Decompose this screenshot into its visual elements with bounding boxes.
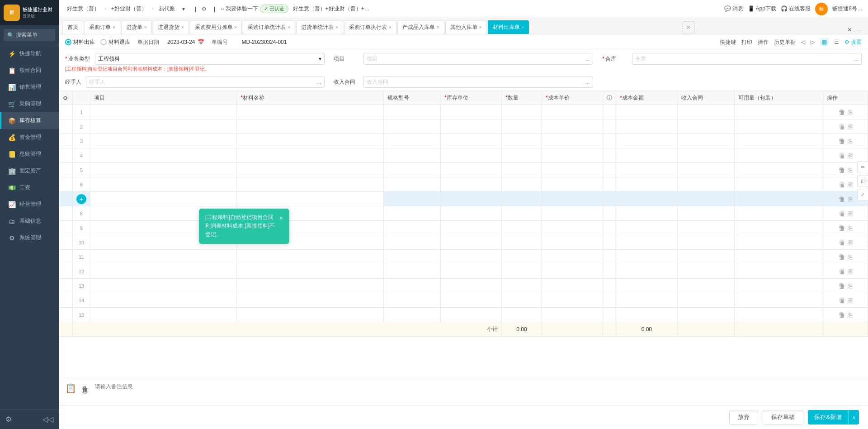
handler-select[interactable]: 经手人 …	[86, 76, 325, 88]
row-copy-btn[interactable]: ⎘	[848, 268, 853, 275]
project-link[interactable]: …	[585, 56, 590, 62]
radio-material-return[interactable]: 材料退库	[100, 38, 130, 46]
tab-purchase-exec[interactable]: 采购订单执行表×	[344, 20, 396, 34]
tab-close-goods-return[interactable]: ×	[181, 25, 184, 30]
row-delete-btn[interactable]: 🗑	[838, 152, 846, 159]
tab-close-purchase-exec[interactable]: ×	[389, 25, 392, 30]
warehouse-link[interactable]: …	[854, 56, 859, 62]
row-copy-btn[interactable]: ⎘	[848, 210, 853, 217]
income-contract-select[interactable]: 收入合同 …	[363, 76, 593, 88]
gear-settings-btn[interactable]: ⚙	[202, 6, 207, 12]
grid-view-btn[interactable]: ▦	[820, 38, 829, 46]
sidebar-item-quick-nav[interactable]: ⚡ 快捷导航	[0, 45, 59, 62]
row-delete-btn[interactable]: 🗑	[838, 210, 846, 217]
row-copy-btn[interactable]: ⎘	[848, 253, 853, 261]
row-delete-btn[interactable]: 🗑	[838, 224, 846, 232]
collapse-button[interactable]: ◁◁	[41, 413, 55, 425]
row-copy-btn[interactable]: ⎘	[848, 239, 853, 246]
sidebar-item-sales[interactable]: 📊 销售管理	[0, 79, 59, 95]
tab-minimize[interactable]: —	[855, 27, 861, 33]
row-delete-btn[interactable]: 🗑	[838, 253, 846, 261]
add-row-button[interactable]: +	[76, 194, 86, 204]
sticky-tag-btn[interactable]: 🏷	[857, 175, 868, 187]
next-btn[interactable]: ▷	[811, 39, 815, 45]
tab-purchase-expense[interactable]: 采购费用分摊单×	[190, 20, 242, 34]
row-delete-btn[interactable]: 🗑	[838, 282, 846, 290]
row-delete-btn[interactable]: 🗑	[838, 239, 846, 246]
tab-purchase-stats[interactable]: 采购订单统计表×	[243, 20, 295, 34]
doc-settings-btn[interactable]: ⚙ 设置	[844, 38, 862, 46]
row-delete-btn[interactable]: 🗑	[838, 195, 846, 203]
row-delete-btn[interactable]: 🗑	[838, 297, 846, 304]
row-delete-btn[interactable]: 🗑	[838, 268, 846, 275]
tab-close-all[interactable]: ×	[848, 26, 852, 34]
online-service-btn[interactable]: 🎧 在线客服	[781, 5, 811, 13]
add-tab-button[interactable]: ×	[682, 21, 695, 34]
tab-purchase-order[interactable]: 采购订单×	[84, 20, 120, 34]
row-copy-btn[interactable]: ⎘	[848, 138, 853, 145]
tab-close-other-storage[interactable]: ×	[479, 25, 482, 30]
tab-close-purchase-expense[interactable]: ×	[235, 25, 237, 30]
list-view-btn[interactable]: ☰	[834, 39, 839, 45]
sidebar-item-salary[interactable]: 💵 工资	[0, 179, 59, 196]
row-copy-btn[interactable]: ⎘	[848, 109, 853, 116]
row-copy-btn[interactable]: ⎘	[848, 297, 853, 304]
topnav-good-wealth[interactable]: +好业财（普）	[108, 4, 150, 14]
sidebar-item-management[interactable]: 📈 经营管理	[0, 196, 59, 213]
tab-close-product-storage[interactable]: ×	[437, 25, 439, 30]
topnav-extra[interactable]: 好生意（普）+好业财（普）+…	[290, 4, 373, 14]
sidebar-item-purchase[interactable]: 🛒 采购管理	[0, 95, 59, 112]
row-delete-btn[interactable]: 🗑	[838, 311, 846, 319]
tab-product-storage[interactable]: 产成品入库单×	[397, 20, 444, 34]
app-download-btn[interactable]: 📱 App下载	[748, 5, 776, 13]
trial-btn[interactable]: ○ 我要体验一下	[221, 5, 258, 13]
sidebar-item-ledger[interactable]: 📒 总账管理	[0, 146, 59, 162]
sidebar-item-fixed-assets[interactable]: 🏢 固定资产	[0, 162, 59, 179]
row-delete-btn[interactable]: 🗑	[838, 109, 846, 116]
th-settings[interactable]: ⚙	[59, 91, 73, 105]
tab-close-goods-receipt[interactable]: ×	[144, 25, 147, 30]
sticky-edit-btn[interactable]: ✏	[857, 161, 868, 173]
sticky-check-btn[interactable]: ✓	[857, 189, 868, 201]
message-btn[interactable]: 💬 消息	[724, 5, 743, 13]
settings-button[interactable]: ⚙	[4, 413, 14, 425]
shortcut-btn[interactable]: 快捷键	[720, 38, 736, 46]
project-select[interactable]: 项目 …	[363, 53, 593, 65]
handler-link[interactable]: …	[316, 79, 321, 85]
tab-goods-stats[interactable]: 进货单统计表×	[296, 20, 343, 34]
tab-material-out[interactable]: 材料出库单×	[488, 20, 529, 34]
save-draft-button[interactable]: 保存草稿	[763, 410, 803, 424]
tab-home[interactable]: 首页	[62, 20, 83, 34]
discard-button[interactable]: 放弃	[729, 410, 758, 424]
row-delete-btn[interactable]: 🗑	[838, 167, 846, 174]
tab-goods-receipt[interactable]: 进货单×	[121, 20, 152, 34]
sidebar-item-base-info[interactable]: 🗂 基础信息	[0, 213, 59, 229]
cell-input-material[interactable]	[241, 196, 379, 202]
tab-close-purchase-stats[interactable]: ×	[288, 25, 290, 30]
search-menu-button[interactable]: 🔍 搜索菜单	[4, 29, 55, 41]
row-copy-btn[interactable]: ⎘	[848, 224, 853, 232]
sidebar-item-project-contract[interactable]: 📋 项目合同	[0, 62, 59, 79]
radio-material-out[interactable]: 材料出库	[65, 38, 95, 46]
save-new-main[interactable]: 保存&新增	[808, 413, 848, 421]
tab-close-purchase-order[interactable]: ×	[113, 25, 115, 30]
sidebar-item-inventory[interactable]: 📦 库存核算	[0, 112, 59, 129]
topnav-good-biz[interactable]: 好生意（普）	[64, 4, 102, 14]
income-contract-link[interactable]: …	[585, 79, 590, 85]
topnav-dropdown[interactable]: ▾	[179, 5, 188, 13]
sidebar-item-finance[interactable]: 💰 资金管理	[0, 129, 59, 146]
history-btn[interactable]: 历史单据	[774, 38, 796, 46]
row-copy-btn[interactable]: ⎘	[848, 123, 853, 130]
operations-btn[interactable]: 操作	[758, 38, 769, 46]
row-delete-btn[interactable]: 🗑	[838, 123, 846, 130]
tab-close-material-out[interactable]: ×	[522, 25, 524, 30]
tab-close-goods-stats[interactable]: ×	[335, 25, 338, 30]
remarks-input[interactable]	[93, 381, 862, 399]
cell-input-project[interactable]	[94, 196, 233, 202]
username-btn[interactable]: 畅捷通8号…	[832, 5, 863, 13]
row-delete-btn[interactable]: 🗑	[838, 138, 846, 145]
tooltip-close[interactable]: ×	[279, 213, 283, 223]
save-new-arrow[interactable]: ∧	[848, 410, 859, 424]
row-copy-btn[interactable]: ⎘	[848, 152, 853, 159]
row-copy-btn[interactable]: ⎘	[848, 167, 853, 174]
